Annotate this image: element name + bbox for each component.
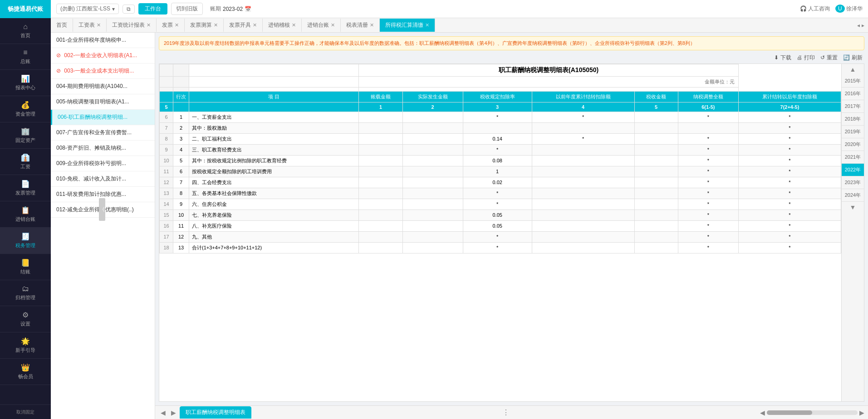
sidebar-item-capital[interactable]: 💰 资金管理 [0, 96, 51, 122]
col-d-cell[interactable] [402, 231, 463, 242]
col-h-cell[interactable]: * [678, 166, 738, 177]
year-2018[interactable]: 2018年 [842, 113, 864, 126]
col-f-cell[interactable]: * [532, 133, 634, 144]
table-row[interactable]: 1813合计(1+3+4+7+8+9+10+11+12)*** [160, 242, 841, 253]
tab-income-tax-close[interactable]: ✕ [425, 22, 429, 28]
col-d-cell[interactable] [402, 210, 463, 220]
col-d-cell[interactable] [402, 133, 463, 144]
year-2015[interactable]: 2015年 [842, 75, 864, 88]
table-row[interactable]: 61一、工资薪金支出**** [160, 112, 841, 122]
col-c-cell[interactable] [359, 188, 402, 199]
tab-invoice-calc-close[interactable]: ✕ [214, 22, 218, 28]
col-e-cell[interactable] [463, 122, 532, 133]
tab-sales-check[interactable]: 进销稽核 ✕ [263, 19, 302, 32]
sidebar-item-archive[interactable]: 🗂 归档管理 [0, 280, 51, 306]
table-wrapper[interactable]: 职工薪酬纳税调整明细表(A105050) 金额单位：元 [159, 64, 841, 402]
col-i-cell[interactable]: * [738, 144, 841, 155]
col-f-cell[interactable] [532, 122, 634, 133]
col-d-cell[interactable] [402, 122, 463, 133]
left-panel-item-003[interactable]: ⊘ 003-一般企业成本支出明细... [51, 63, 155, 79]
sidebar-item-report[interactable]: 📊 报表中心 [0, 70, 51, 96]
col-i-cell[interactable]: * [738, 199, 841, 210]
tab-salary[interactable]: 工资表 ✕ [73, 19, 107, 32]
col-h-cell[interactable]: * [678, 177, 738, 188]
col-d-cell[interactable] [402, 112, 463, 122]
col-h-cell[interactable]: * [678, 210, 738, 220]
col-c-cell[interactable] [359, 133, 402, 144]
tab-invoice[interactable]: 发票 ✕ [157, 19, 185, 32]
col-e-cell[interactable]: 0.02 [463, 177, 532, 188]
table-row[interactable]: 1611八、补充医疗保险0.05** [160, 220, 841, 231]
reset-button[interactable]: ↺ 重置 [820, 54, 838, 62]
col-g-cell[interactable] [634, 166, 678, 177]
col-f-cell[interactable] [532, 177, 634, 188]
col-e-cell[interactable]: * [463, 144, 532, 155]
col-f-cell[interactable] [532, 242, 634, 253]
col-c-cell[interactable] [359, 231, 402, 242]
sidebar-item-member[interactable]: 👑 畅会员 [0, 359, 51, 385]
sheet-tab-main[interactable]: 职工薪酬纳税调整明细表 [180, 406, 251, 419]
col-g-cell[interactable] [634, 210, 678, 220]
col-c-cell[interactable] [359, 166, 402, 177]
left-panel-item-010[interactable]: 010-免税、减计收入及加计... [51, 171, 155, 187]
unpin-button[interactable]: 取消固定 [0, 404, 51, 419]
col-c-cell[interactable] [359, 122, 402, 133]
col-c-cell[interactable] [359, 210, 402, 220]
col-e-cell[interactable]: 0.14 [463, 133, 532, 144]
col-e-cell[interactable]: * [463, 242, 532, 253]
year-2023[interactable]: 2023年 [842, 176, 864, 189]
col-e-cell[interactable]: * [463, 112, 532, 122]
col-f-cell[interactable] [532, 220, 634, 231]
col-g-cell[interactable] [634, 177, 678, 188]
table-row[interactable]: 116按税收规定全额扣除的职工培训费用1** [160, 166, 841, 177]
tab-salary-report[interactable]: 工资统计报表 ✕ [107, 19, 157, 32]
col-c-cell[interactable] [359, 177, 402, 188]
col-i-cell[interactable]: * [738, 231, 841, 242]
col-f-cell[interactable] [532, 144, 634, 155]
table-row[interactable]: 83二、职工福利支出0.14*** [160, 133, 841, 144]
table-row[interactable]: 138五、各类基本社会保障性缴款*** [160, 188, 841, 199]
col-h-cell[interactable]: * [678, 220, 738, 231]
col-d-cell[interactable] [402, 220, 463, 231]
col-g-cell[interactable] [634, 188, 678, 199]
col-e-cell[interactable]: 0.08 [463, 155, 532, 166]
col-e-cell[interactable]: * [463, 231, 532, 242]
col-e-cell[interactable]: 1 [463, 166, 532, 177]
col-g-cell[interactable] [634, 112, 678, 122]
col-f-cell[interactable]: * [532, 112, 634, 122]
table-row[interactable]: 105其中：按税收规定比例扣除的职工教育经费0.08** [160, 155, 841, 166]
sidebar-item-invoice[interactable]: 📄 发票管理 [0, 175, 51, 201]
col-h-cell[interactable]: * [678, 231, 738, 242]
col-h-cell[interactable] [678, 122, 738, 133]
left-panel-item-002[interactable]: ⊘ 002-一般企业收入明细表(A1... [51, 48, 155, 63]
col-c-cell[interactable] [359, 112, 402, 122]
tab-salary-report-close[interactable]: ✕ [147, 22, 151, 28]
col-c-cell[interactable] [359, 242, 402, 253]
sheet-more-button[interactable]: ⋮ [502, 408, 510, 417]
left-panel-item-005[interactable]: 005-纳税调整项目明细表(A1... [51, 94, 155, 110]
switch-button[interactable]: 切到旧版 [171, 3, 203, 15]
col-g-cell[interactable] [634, 122, 678, 133]
col-i-cell[interactable]: * [738, 188, 841, 199]
col-g-cell[interactable] [634, 144, 678, 155]
col-g-cell[interactable] [634, 220, 678, 231]
col-c-cell[interactable] [359, 155, 402, 166]
sidebar-item-tax[interactable]: 🧾 税务管理 [0, 228, 51, 254]
col-i-cell[interactable]: * [738, 155, 841, 166]
sidebar-item-close[interactable]: 📒 结账 [0, 254, 51, 280]
col-h-cell[interactable]: * [678, 112, 738, 122]
sidebar-item-settings[interactable]: ⚙ 设置 [0, 306, 51, 332]
col-f-cell[interactable] [532, 188, 634, 199]
sheet-nav-left[interactable]: ◀ [159, 408, 167, 417]
table-row[interactable]: 72其中：股权激励* [160, 122, 841, 133]
col-f-cell[interactable] [532, 210, 634, 220]
col-g-cell[interactable] [634, 199, 678, 210]
tabs-next[interactable]: ▸ [862, 22, 864, 29]
calendar-icon[interactable]: 📅 [245, 6, 251, 12]
copy-button[interactable]: ⧉ [123, 5, 135, 14]
left-panel-item-001[interactable]: 001-企业所得税年度纳税申... [51, 33, 155, 48]
left-panel-item-008[interactable]: 008-资产折旧、摊销及纳税... [51, 141, 155, 156]
col-h-cell[interactable]: * [678, 242, 738, 253]
year-2019[interactable]: 2019年 [842, 126, 864, 138]
col-e-cell[interactable]: * [463, 188, 532, 199]
